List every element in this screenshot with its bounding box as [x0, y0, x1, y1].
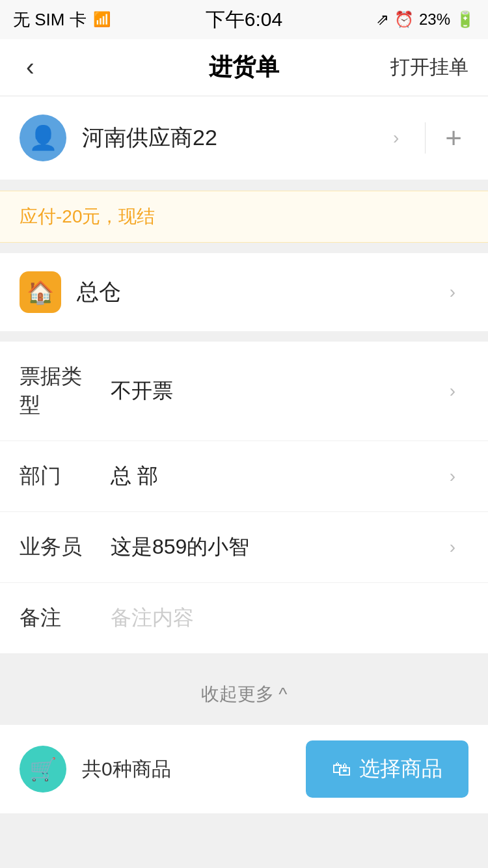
department-row[interactable]: 部门 总 部 ›	[0, 441, 488, 512]
product-count: 共0种商品	[82, 756, 306, 783]
status-left: 无 SIM 卡 📶	[13, 8, 111, 31]
warehouse-row[interactable]: 🏠 总仓 ›	[0, 253, 488, 331]
back-button[interactable]: ‹	[20, 47, 41, 88]
select-product-icon: 🛍	[332, 758, 351, 780]
chevron-right-icon: ›	[450, 282, 455, 303]
carrier-label: 无 SIM 卡	[13, 8, 87, 31]
department-label: 部门	[20, 462, 98, 491]
supplier-name: 河南供应商22	[82, 123, 393, 153]
alarm-icon: ⏰	[394, 10, 414, 29]
divider	[425, 122, 426, 154]
house-icon: 🏠	[27, 279, 54, 305]
notice-bar: 应付-20元，现结	[0, 191, 488, 243]
supplier-card: 👤 河南供应商22 › +	[0, 96, 488, 180]
collapse-label: 收起更多 ^	[201, 684, 288, 704]
remark-row[interactable]: 备注 备注内容	[0, 583, 488, 653]
select-product-label: 选择商品	[359, 755, 442, 783]
salesman-label: 业务员	[20, 533, 98, 562]
remark-label: 备注	[20, 604, 98, 632]
status-bar: 无 SIM 卡 📶 下午6:04 ⇗ ⏰ 23% 🔋	[0, 0, 488, 39]
avatar-icon: 👤	[29, 124, 58, 152]
invoice-label: 票据类型	[20, 362, 98, 420]
open-pending-button[interactable]: 打开挂单	[390, 54, 468, 81]
location-icon: ⇗	[376, 10, 389, 29]
gray-fill	[0, 813, 488, 868]
chevron-right-icon: ›	[450, 537, 455, 558]
department-value: 总 部	[111, 462, 450, 491]
bottom-bar: 🛒 共0种商品 🛍 选择商品	[0, 725, 488, 813]
battery-label: 23%	[419, 10, 450, 29]
form-section: 票据类型 不开票 › 部门 总 部 › 业务员 这是859的小智 › 备注 备注…	[0, 342, 488, 653]
battery-icon: 🔋	[455, 10, 475, 29]
collapse-bar[interactable]: 收起更多 ^	[0, 664, 488, 725]
notice-text: 应付-20元，现结	[20, 206, 155, 226]
chevron-right-icon: ›	[450, 466, 455, 487]
salesman-row[interactable]: 业务员 这是859的小智 ›	[0, 512, 488, 583]
avatar: 👤	[20, 115, 66, 161]
add-button[interactable]: +	[439, 122, 468, 154]
remark-placeholder[interactable]: 备注内容	[111, 604, 468, 632]
warehouse-name: 总仓	[77, 277, 450, 307]
cart-icon-wrap: 🛒	[20, 746, 66, 793]
invoice-value: 不开票	[111, 377, 450, 405]
status-right: ⇗ ⏰ 23% 🔋	[376, 10, 475, 29]
wifi-icon: 📶	[93, 11, 111, 28]
chevron-right-icon: ›	[393, 128, 399, 148]
supplier-row[interactable]: 👤 河南供应商22 › +	[0, 96, 488, 180]
page-title: 进货单	[209, 51, 279, 83]
invoice-row[interactable]: 票据类型 不开票 ›	[0, 342, 488, 441]
select-product-button[interactable]: 🛍 选择商品	[306, 740, 468, 798]
status-time: 下午6:04	[206, 7, 282, 33]
nav-bar: ‹ 进货单 打开挂单	[0, 39, 488, 96]
cart-icon: 🛒	[29, 756, 57, 782]
main-content: 👤 河南供应商22 › + 应付-20元，现结 🏠 总仓 › 票据类型 不开票 …	[0, 96, 488, 868]
warehouse-icon-wrap: 🏠	[20, 271, 61, 313]
chevron-right-icon: ›	[450, 381, 455, 401]
salesman-value: 这是859的小智	[111, 533, 450, 562]
